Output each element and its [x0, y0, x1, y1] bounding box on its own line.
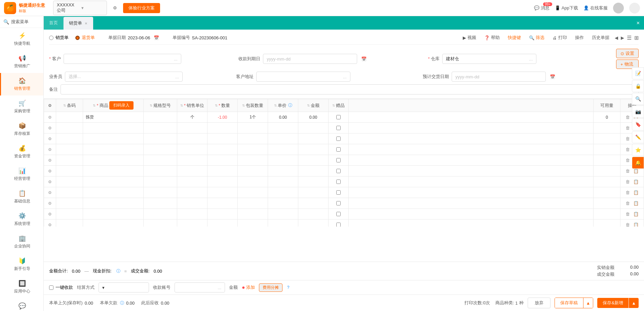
th-unit-sort[interactable]: ⇅	[180, 104, 183, 107]
arrears-info[interactable]: ⓘ	[120, 300, 124, 306]
cell-notes[interactable]	[349, 144, 594, 155]
gift-checkbox[interactable]	[336, 223, 341, 227]
sidebar-item-guide[interactable]: 🔰 新手引导	[0, 253, 43, 276]
save-new-dropdown[interactable]: ▲	[629, 298, 639, 308]
cell-gift[interactable]	[329, 220, 349, 227]
tab-sales-order[interactable]: 销货单 ×	[64, 17, 93, 30]
cell-spec[interactable]	[144, 133, 177, 144]
table-scroll[interactable]: ⚙ ⇅条码 ⇅ * 商品 扫码录入	[44, 99, 644, 227]
expected-date-input[interactable]: yyyy-mm-dd	[452, 72, 546, 82]
cell-price[interactable]: 0.00	[268, 112, 298, 123]
discard-button[interactable]: 放弃	[528, 298, 551, 308]
cell-amount[interactable]	[298, 177, 329, 187]
gift-checkbox[interactable]	[336, 147, 341, 152]
th-product-sort[interactable]: ⇅	[93, 104, 96, 107]
cell-amount[interactable]	[298, 209, 329, 220]
cell-qty[interactable]	[207, 177, 238, 187]
cell-notes[interactable]	[349, 166, 594, 177]
cell-barcode[interactable]	[56, 220, 83, 227]
sidebar-item-quick-nav[interactable]: ⚡ 快捷导航	[0, 28, 43, 50]
shortcut-btn[interactable]: 快捷键	[505, 34, 524, 42]
cell-price[interactable]	[268, 220, 298, 227]
cell-unit[interactable]	[177, 198, 207, 209]
print-btn[interactable]: 🖨 打印	[550, 34, 570, 42]
cell-price[interactable]	[268, 187, 298, 198]
help-btn[interactable]: ❓ 帮助	[482, 34, 502, 42]
calendar-icon[interactable]: 📅	[154, 35, 159, 40]
cell-unit[interactable]	[177, 144, 207, 155]
rf-btn-8[interactable]: 🔔	[632, 157, 644, 169]
cell-gift[interactable]	[329, 133, 349, 144]
delete-icon[interactable]: 🗑	[626, 158, 630, 163]
cell-barcode[interactable]	[56, 198, 83, 209]
nav-prev-icon[interactable]: ◀	[615, 35, 618, 40]
cell-amount[interactable]	[298, 187, 329, 198]
scan-button[interactable]: 扫码录入	[109, 101, 134, 110]
cell-notes[interactable]	[349, 112, 594, 123]
copy-icon[interactable]: 📋	[633, 222, 639, 227]
cell-qty[interactable]	[207, 220, 238, 227]
customer-input[interactable]: ...	[64, 54, 181, 64]
price-info-icon[interactable]: ⓘ	[288, 103, 292, 108]
gift-checkbox[interactable]	[336, 180, 341, 184]
cell-spec[interactable]	[144, 123, 177, 133]
sidebar-item-enterprise[interactable]: 🏢 企业协同	[0, 231, 43, 253]
cell-unit[interactable]	[177, 177, 207, 187]
save-draft-dropdown[interactable]: ▲	[583, 298, 593, 308]
gift-checkbox[interactable]	[336, 212, 341, 216]
cell-qty[interactable]	[207, 209, 238, 220]
delete-icon[interactable]: 🗑	[626, 168, 630, 173]
sidebar-search[interactable]: 🔍 搜索菜单	[0, 16, 43, 28]
cell-pack-qty[interactable]	[238, 209, 268, 220]
cell-price[interactable]	[268, 209, 298, 220]
cell-price[interactable]	[268, 155, 298, 166]
cell-unit[interactable]	[177, 155, 207, 166]
th-spec-sort[interactable]: ⇅	[150, 104, 152, 107]
tab-close-icon[interactable]: ×	[85, 21, 87, 26]
cell-product[interactable]	[83, 187, 144, 198]
video-btn[interactable]: ▶ 视频	[460, 34, 479, 42]
cell-qty[interactable]	[207, 133, 238, 144]
gift-checkbox[interactable]	[336, 137, 341, 141]
op-btn[interactable]: 操作	[572, 34, 586, 42]
cost-split-button[interactable]: 费用分摊	[259, 283, 282, 292]
cell-product[interactable]	[83, 166, 144, 177]
cell-spec[interactable]	[144, 187, 177, 198]
cell-settings[interactable]: ⚙	[44, 112, 56, 123]
rf-btn-3[interactable]: 🔍	[632, 93, 644, 105]
cell-qty[interactable]	[207, 155, 238, 166]
message-icon-item[interactable]: 💬 消息 99+	[534, 5, 550, 11]
cell-notes[interactable]	[349, 177, 594, 187]
cell-price[interactable]	[268, 133, 298, 144]
cell-pack-qty[interactable]	[238, 155, 268, 166]
cell-amount[interactable]	[298, 144, 329, 155]
cell-spec[interactable]	[144, 112, 177, 123]
gift-checkbox[interactable]	[336, 158, 341, 162]
discount-info-icon[interactable]: ⓘ	[116, 268, 120, 274]
avatar[interactable]	[613, 3, 624, 13]
list-view-icon[interactable]: ☰	[627, 35, 632, 41]
cell-amount[interactable]	[298, 133, 329, 144]
sidebar-item-operations[interactable]: 📊 经营管理	[0, 163, 43, 186]
online-service-item[interactable]: 👤 在线客服	[583, 5, 608, 11]
calc-method-select[interactable]: ▾	[99, 282, 149, 293]
th-qty-sort[interactable]: ⇅	[215, 104, 218, 107]
cell-pack-qty[interactable]	[238, 133, 268, 144]
cell-barcode[interactable]	[56, 177, 83, 187]
nav-next-icon[interactable]: ▶	[621, 35, 624, 40]
sidebar-item-marketing[interactable]: 📢 营销推广	[0, 50, 43, 73]
cell-notes[interactable]	[349, 133, 594, 144]
cell-spec[interactable]	[144, 155, 177, 166]
cell-barcode[interactable]	[56, 133, 83, 144]
cell-settings[interactable]: ⚙	[44, 187, 56, 198]
th-barcode-sort[interactable]: ⇅	[63, 104, 66, 107]
radio-return-input[interactable]	[75, 36, 80, 40]
cell-amount[interactable]	[298, 166, 329, 177]
sidebar-item-wechat[interactable]: 💬 企业微信	[0, 298, 43, 311]
save-draft-button[interactable]: 保存草稿	[555, 298, 583, 308]
cell-pack-qty[interactable]	[238, 166, 268, 177]
cell-amount[interactable]	[298, 198, 329, 209]
cell-unit[interactable]	[177, 166, 207, 177]
cell-product[interactable]	[83, 177, 144, 187]
cell-product[interactable]	[83, 198, 144, 209]
